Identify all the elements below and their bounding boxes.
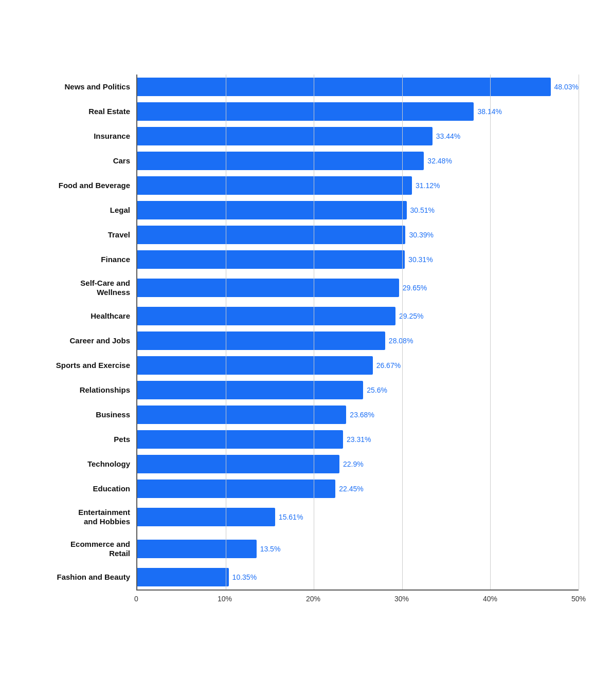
- grid-line: [579, 402, 579, 427]
- bar: [137, 78, 551, 96]
- bar-row: News and Politics48.03%: [33, 75, 579, 99]
- grid-line: [579, 75, 579, 99]
- bar-container: 29.25%: [136, 304, 579, 328]
- bar-container: 25.6%: [136, 378, 579, 402]
- grid-line: [402, 353, 403, 378]
- bar: [137, 381, 363, 399]
- grid-line: [579, 223, 579, 247]
- y-axis-label: Fashion and Beauty: [33, 573, 136, 582]
- bar-row: Travel30.39%: [33, 223, 579, 247]
- grid-line: [402, 476, 403, 501]
- y-axis-label: Real Estate: [33, 107, 136, 116]
- grid-line: [402, 427, 403, 452]
- bar-container: 28.08%: [136, 328, 579, 353]
- bar: [137, 508, 275, 526]
- bar-row: Technology22.9%: [33, 452, 579, 476]
- bar-value-label: 23.31%: [347, 435, 371, 444]
- bar-value-label: 10.35%: [232, 573, 257, 581]
- y-axis-label: Insurance: [33, 132, 136, 141]
- bar-container: 48.03%: [136, 75, 579, 99]
- y-axis-label: Sports and Exercise: [33, 361, 136, 370]
- bar-value-label: 38.14%: [477, 107, 501, 116]
- chart-area: News and Politics48.03%Real Estate38.14%…: [33, 75, 579, 610]
- bar: [137, 480, 335, 498]
- bar-value-label: 29.25%: [399, 312, 423, 320]
- bar-value-label: 48.03%: [554, 83, 579, 91]
- bar-container: 15.61%: [136, 501, 579, 533]
- y-axis-label: Relationships: [33, 385, 136, 395]
- grid-line: [490, 378, 491, 402]
- grid-line: [490, 124, 491, 149]
- grid-line: [579, 452, 579, 476]
- grid-line: [490, 247, 491, 272]
- bar-container: 30.51%: [136, 198, 579, 223]
- grid-line: [314, 501, 314, 533]
- y-axis-label: Pets: [33, 435, 136, 444]
- bar-row: Relationships25.6%: [33, 378, 579, 402]
- bar-value-label: 29.65%: [403, 284, 427, 292]
- bar-value-label: 30.51%: [410, 206, 435, 214]
- bar: [137, 152, 424, 170]
- bar: [137, 356, 373, 375]
- y-axis-label: Technology: [33, 459, 136, 469]
- y-axis-label: Ecommerce and Retail: [33, 540, 136, 558]
- chart-container: News and Politics48.03%Real Estate38.14%…: [23, 59, 589, 641]
- bar-container: 13.5%: [136, 533, 579, 565]
- grid-line: [579, 149, 579, 173]
- bar-row: Business23.68%: [33, 402, 579, 427]
- bar-container: 33.44%: [136, 124, 579, 149]
- bar-row: Real Estate38.14%: [33, 99, 579, 124]
- bar-row: Legal30.51%: [33, 198, 579, 223]
- bar-value-label: 22.9%: [343, 460, 364, 468]
- bar-container: 31.12%: [136, 173, 579, 198]
- bar: [137, 331, 385, 350]
- bar: [137, 307, 395, 325]
- bar-row: Pets23.31%: [33, 427, 579, 452]
- grid-line: [579, 272, 579, 304]
- grid-line: [490, 173, 491, 198]
- bar-row: Self-Care and Wellness29.65%: [33, 272, 579, 304]
- bar-container: 29.65%: [136, 272, 579, 304]
- y-axis-label: Entertainment and Hobbies: [33, 508, 136, 526]
- bar-value-label: 22.45%: [339, 485, 363, 493]
- bar: [137, 455, 339, 473]
- grid-line: [490, 272, 491, 304]
- x-tick-label: 10%: [218, 595, 232, 603]
- grid-line: [579, 353, 579, 378]
- y-axis-label: Cars: [33, 156, 136, 165]
- bar-container: 26.67%: [136, 353, 579, 378]
- grid-line: [490, 149, 491, 173]
- y-axis-label: Business: [33, 410, 136, 419]
- grid-line: [490, 565, 491, 590]
- y-axis-label: Legal: [33, 206, 136, 215]
- grid-line: [490, 353, 491, 378]
- bar-container: 22.45%: [136, 476, 579, 501]
- bar-row: Finance30.31%: [33, 247, 579, 272]
- grid-line: [402, 565, 403, 590]
- grid-line: [490, 402, 491, 427]
- bar-value-label: 15.61%: [279, 513, 303, 521]
- y-axis-label: Travel: [33, 230, 136, 240]
- bar-value-label: 33.44%: [436, 132, 460, 140]
- bar: [137, 176, 412, 195]
- x-axis: 010%20%30%40%50%: [136, 590, 579, 610]
- bar-row: Healthcare29.25%: [33, 304, 579, 328]
- y-axis-label: Healthcare: [33, 311, 136, 321]
- bar-value-label: 32.48%: [427, 157, 452, 165]
- bar: [137, 226, 405, 244]
- grid-line: [490, 198, 491, 223]
- bar-value-label: 30.39%: [409, 231, 433, 239]
- grid-line: [579, 124, 579, 149]
- bar-row: Cars32.48%: [33, 149, 579, 173]
- bar-value-label: 28.08%: [389, 337, 413, 345]
- bar: [137, 102, 474, 121]
- bar: [137, 201, 407, 219]
- bar-container: 30.31%: [136, 247, 579, 272]
- x-tick-label: 50%: [571, 595, 586, 603]
- grid-line: [490, 304, 491, 328]
- grid-line: [490, 533, 491, 565]
- bar-row: Education22.45%: [33, 476, 579, 501]
- bar-value-label: 31.12%: [416, 181, 440, 190]
- grid-line: [490, 476, 491, 501]
- bar-value-label: 13.5%: [260, 545, 281, 553]
